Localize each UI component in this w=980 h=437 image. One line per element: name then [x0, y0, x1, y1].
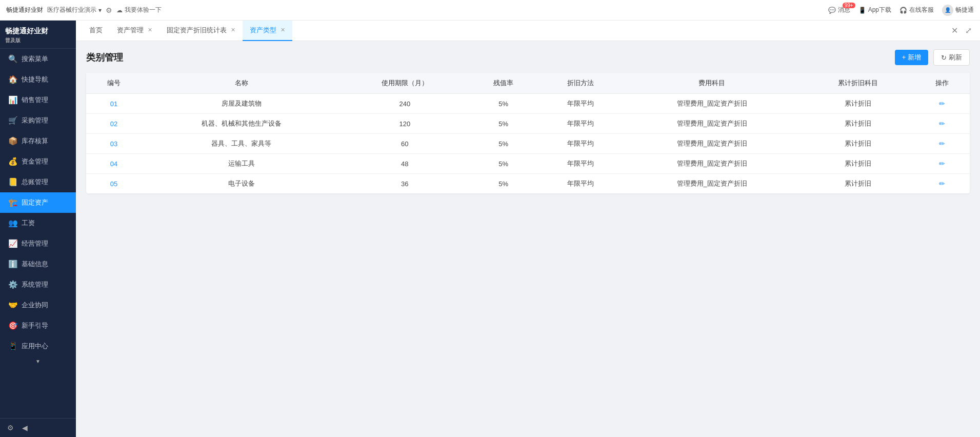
edit-icon[interactable]: ✏ [939, 100, 945, 108]
new-button[interactable]: + 新增 [895, 50, 928, 65]
cell-accumulated: 累计折旧 [801, 94, 914, 114]
message-button[interactable]: 💬 消息 99+ [828, 6, 850, 14]
sidebar-label-guide: 新手引导 [22, 321, 48, 330]
cell-id[interactable]: 04 [86, 154, 142, 174]
data-table: 编号名称使用期限（月）残值率折旧方法费用科目累计折旧科目操作 01房屋及建筑物2… [86, 73, 970, 193]
close-tab-button[interactable]: ✕ [949, 26, 960, 35]
cell-action[interactable]: ✏ [914, 134, 970, 154]
experience-button[interactable]: ☁ 我要体验一下 [116, 6, 162, 14]
cell-id[interactable]: 02 [86, 114, 142, 134]
sidebar-icon-payroll: 👥 [8, 218, 17, 228]
tab-close-asset_mgmt[interactable]: ✕ [148, 27, 152, 33]
row-id-link[interactable]: 04 [110, 160, 117, 168]
cell-expense: 管理费用_固定资产折旧 [623, 114, 801, 134]
sidebar-item-payroll[interactable]: 👥 工资 [0, 213, 76, 233]
tab-depreciation[interactable]: 固定资产折旧统计表✕ [159, 21, 243, 41]
cell-id[interactable]: 03 [86, 134, 142, 154]
app-download-button[interactable]: 📱 App下载 [858, 6, 891, 14]
tab-actions: ✕ ⤢ [949, 26, 974, 35]
row-id-link[interactable]: 05 [110, 180, 117, 188]
cell-id[interactable]: 05 [86, 174, 142, 194]
cell-id[interactable]: 01 [86, 94, 142, 114]
edit-icon[interactable]: ✏ [939, 120, 945, 128]
sidebar-item-guide[interactable]: 🎯 新手引导 [0, 315, 76, 336]
cell-action[interactable]: ✏ [914, 94, 970, 114]
app-download-label: App下载 [868, 6, 891, 14]
table-col-header: 使用期限（月） [341, 73, 469, 94]
table-row: 04运输工具485%年限平均管理费用_固定资产折旧累计折旧✏ [86, 154, 970, 174]
sidebar-item-search[interactable]: 🔍 搜索菜单 [0, 49, 76, 69]
cell-action[interactable]: ✏ [914, 154, 970, 174]
tab-asset_type[interactable]: 资产类型✕ [243, 21, 292, 41]
sidebar-item-system[interactable]: ⚙️ 系统管理 [0, 274, 76, 295]
tab-label-asset_mgmt: 资产管理 [117, 26, 144, 35]
main-layout: 畅捷通好业财 普及版 🔍 搜索菜单 🏠 快捷导航 📊 销售管理 🛒 采购管理 📦… [0, 21, 980, 437]
sidebar-icon-funds: 💰 [8, 157, 17, 166]
cell-expense: 管理费用_固定资产折旧 [623, 134, 801, 154]
avatar: 👤 [942, 5, 953, 16]
cell-name: 器具、工具、家具等 [142, 134, 341, 154]
sidebar-item-quicknav[interactable]: 🏠 快捷导航 [0, 69, 76, 90]
refresh-icon: ↻ [941, 54, 947, 62]
cell-expense: 管理费用_固定资产折旧 [623, 94, 801, 114]
sidebar-icon-basic_info: ℹ️ [8, 260, 17, 269]
sidebar-item-purchase[interactable]: 🛒 采购管理 [0, 110, 76, 131]
sidebar-item-ledger[interactable]: 📒 总账管理 [0, 172, 76, 192]
user-profile-button[interactable]: 👤 畅捷通 [942, 5, 974, 16]
cell-residual: 5% [469, 174, 538, 194]
edit-icon[interactable]: ✏ [939, 160, 945, 168]
company-logo: 畅捷通好业财 [6, 6, 43, 14]
sidebar-logo-sub: 普及版 [5, 37, 71, 44]
sidebar-collapse-icon[interactable]: ◀ [22, 424, 28, 432]
online-service-button[interactable]: 🎧 在线客服 [899, 6, 934, 14]
tab-asset_mgmt[interactable]: 资产管理✕ [110, 21, 159, 41]
table-col-header: 操作 [914, 73, 970, 94]
edit-icon[interactable]: ✏ [939, 180, 945, 188]
tabs-bar: 首页资产管理✕固定资产折旧统计表✕资产类型✕ ✕ ⤢ [76, 21, 980, 41]
row-id-link[interactable]: 02 [110, 120, 117, 128]
company-selector[interactable]: 医疗器械行业演示 ▾ [47, 6, 102, 14]
cell-residual: 5% [469, 154, 538, 174]
sidebar-settings-icon[interactable]: ⚙ [7, 424, 14, 432]
table-row: 02机器、机械和其他生产设备1205%年限平均管理费用_固定资产折旧累计折旧✏ [86, 114, 970, 134]
sidebar-label-funds: 资金管理 [22, 157, 48, 166]
sidebar-icon-system: ⚙️ [8, 280, 17, 289]
tab-close-depreciation[interactable]: ✕ [231, 27, 235, 33]
tab-close-asset_type[interactable]: ✕ [281, 27, 285, 33]
cell-action[interactable]: ✏ [914, 114, 970, 134]
sidebar-item-fixed_assets[interactable]: 🏗️ 固定资产 [0, 192, 76, 213]
settings-icon[interactable]: ⚙ [106, 6, 112, 14]
sidebar-label-app_center: 应用中心 [22, 342, 48, 351]
sidebar-item-enterprise[interactable]: 🤝 企业协同 [0, 295, 76, 315]
row-id-link[interactable]: 01 [110, 100, 117, 108]
content-area: 首页资产管理✕固定资产折旧统计表✕资产类型✕ ✕ ⤢ 类别管理 + 新增 ↻ 刷… [76, 21, 980, 437]
sidebar-label-payroll: 工资 [22, 218, 35, 228]
cell-action[interactable]: ✏ [914, 174, 970, 194]
tab-home[interactable]: 首页 [82, 21, 110, 41]
sidebar-icon-app_center: 📱 [8, 342, 17, 351]
row-id-link[interactable]: 03 [110, 140, 117, 148]
sidebar-label-operations: 经营管理 [22, 239, 48, 248]
dropdown-arrow-icon: ▾ [98, 7, 102, 14]
expand-tab-button[interactable]: ⤢ [963, 26, 974, 35]
sidebar-item-sales[interactable]: 📊 销售管理 [0, 90, 76, 110]
table-row: 03器具、工具、家具等605%年限平均管理费用_固定资产折旧累计折旧✏ [86, 134, 970, 154]
cell-accumulated: 累计折旧 [801, 154, 914, 174]
table-col-header: 编号 [86, 73, 142, 94]
sidebar-item-operations[interactable]: 📈 经营管理 [0, 233, 76, 254]
user-label: 畅捷通 [955, 6, 974, 14]
sidebar-scroll-indicator: ▼ [0, 356, 76, 366]
tab-label-asset_type: 资产类型 [250, 26, 276, 35]
edit-icon[interactable]: ✏ [939, 140, 945, 148]
refresh-button[interactable]: ↻ 刷新 [933, 49, 970, 66]
page-title-bar: 类别管理 + 新增 ↻ 刷新 [86, 49, 970, 66]
cell-accumulated: 累计折旧 [801, 114, 914, 134]
cell-accumulated: 累计折旧 [801, 134, 914, 154]
sidebar-item-app_center[interactable]: 📱 应用中心 [0, 336, 76, 356]
sidebar-icon-enterprise: 🤝 [8, 301, 17, 310]
sidebar-icon-guide: 🎯 [8, 321, 17, 330]
sidebar-item-funds[interactable]: 💰 资金管理 [0, 151, 76, 172]
sidebar-item-basic_info[interactable]: ℹ️ 基础信息 [0, 254, 76, 274]
table-col-header: 折旧方法 [538, 73, 623, 94]
sidebar-item-inventory[interactable]: 📦 库存核算 [0, 131, 76, 151]
